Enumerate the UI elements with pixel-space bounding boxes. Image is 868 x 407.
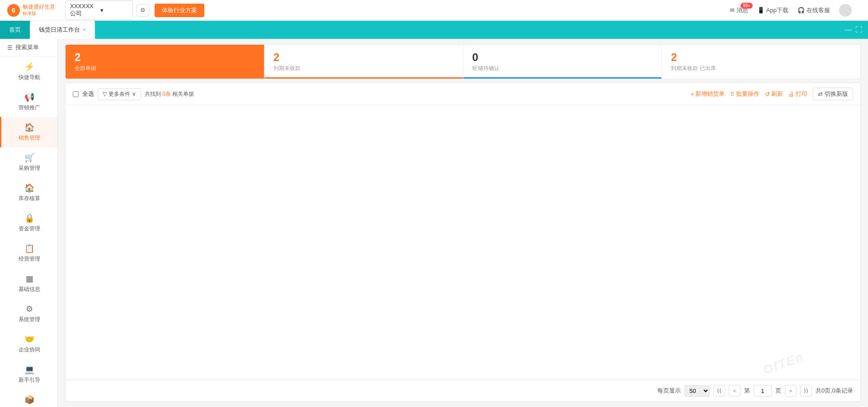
stat-card-all[interactable]: 2 全部单据 <box>66 45 264 79</box>
stat-number-all: 2 <box>75 51 255 64</box>
search-menu-item[interactable]: ☰ 搜索菜单 <box>0 39 57 56</box>
stat-number-pending: 0 <box>472 51 653 64</box>
stat-label-all: 全部单据 <box>75 65 255 72</box>
sidebar-item-inventory[interactable]: 🏠 库存核算 <box>0 178 57 208</box>
main-layout: ☰ 搜索菜单 ⚡ 快捷导航 📢 营销推广 🏠 销售管理 🛒 采购管理 🏠 库存核… <box>0 39 868 407</box>
avatar[interactable] <box>839 4 852 17</box>
stat-number-overdue-out: 2 <box>671 51 851 64</box>
logo-title: 畅捷通好生意 <box>23 4 55 11</box>
sales-icon: 🏠 <box>24 122 34 132</box>
toolbar-right: + 新增销货单 ⠿ 批量操作 ↺ 刷新 🖨 打印 ⇄ 切换新版 <box>690 88 853 100</box>
stat-label-pending: 旺铺待确认 <box>472 65 653 72</box>
quick-nav-icon: ⚡ <box>24 62 34 72</box>
tab-close-icon[interactable]: × <box>83 27 86 33</box>
stat-card-pending[interactable]: 0 旺铺待确认 <box>463 45 662 79</box>
sidebar-item-label: 经营管理 <box>19 255 40 263</box>
last-page-button[interactable]: ⟩⟩ <box>800 385 812 397</box>
search-icon: ☰ <box>7 44 13 51</box>
print-icon: 🖨 <box>788 91 794 98</box>
inventory-icon: 🏠 <box>24 183 34 193</box>
top-bar: 6 畅捷通好生意 标准版 XXXXXX公司 ▾ ⚙ 体验行业方案 ✉ 消息 99… <box>0 0 868 21</box>
refresh-icon: ↺ <box>765 91 770 98</box>
tab-home-label: 首页 <box>9 26 21 34</box>
sidebar-item-basic-info[interactable]: ▦ 基础信息 <box>0 268 57 299</box>
message-badge: 99+ <box>741 3 753 9</box>
company-selector[interactable]: XXXXXX公司 ▾ <box>65 0 133 20</box>
online-service-button[interactable]: 🎧 在线客服 <box>797 6 830 14</box>
page-suffix: 页 <box>775 387 781 395</box>
sidebar-item-label: 新手引导 <box>19 376 40 384</box>
switch-version-button[interactable]: ⇄ 切换新版 <box>813 88 853 100</box>
add-label: 新增销货单 <box>695 90 725 98</box>
nav-tab-actions: — ⛶ <box>844 26 868 34</box>
switch-label: 切换新版 <box>825 90 848 98</box>
print-button[interactable]: 🖨 打印 <box>788 90 807 98</box>
sidebar-item-purchase[interactable]: 🛒 采购管理 <box>0 147 57 178</box>
sidebar-item-label: 系统管理 <box>19 316 40 323</box>
per-page-label: 每页显示 <box>657 387 681 395</box>
sidebar-item-funds[interactable]: 🔒 资金管理 <box>0 208 57 238</box>
maximize-icon[interactable]: ⛶ <box>855 26 863 34</box>
logo-text-block: 畅捷通好生意 标准版 <box>23 4 55 17</box>
search-menu-label: 搜索菜单 <box>15 43 39 51</box>
batch-label: 批量操作 <box>736 90 760 98</box>
content-area: 2 全部单据 2 到期未收款 0 旺铺待确认 2 到期未收款 已出库 全选 <box>58 39 868 407</box>
prev-page-button[interactable]: ＜ <box>729 385 741 397</box>
sidebar-item-app-center[interactable]: 📦 应用中心 <box>0 389 57 407</box>
stat-card-overdue[interactable]: 2 到期未收款 <box>264 45 463 79</box>
funds-icon: 🔒 <box>24 213 34 223</box>
sidebar-item-operations[interactable]: 📋 经营管理 <box>0 238 57 268</box>
sidebar-item-marketing[interactable]: 📢 营销推广 <box>0 87 57 117</box>
cooperation-icon: 🤝 <box>24 334 34 344</box>
basic-info-icon: ▦ <box>26 274 33 284</box>
minimize-icon[interactable]: — <box>844 26 852 34</box>
purchase-icon: 🛒 <box>24 153 34 163</box>
sidebar-item-guide[interactable]: 💻 新手引导 <box>0 359 57 389</box>
sidebar-item-cooperation[interactable]: 🤝 企业协同 <box>0 329 57 359</box>
app-icon: 📱 <box>757 7 764 14</box>
guide-icon: 💻 <box>24 365 34 374</box>
sidebar-item-label: 基础信息 <box>19 285 40 293</box>
logo-area: 6 畅捷通好生意 标准版 <box>7 4 65 17</box>
select-all-checkbox[interactable] <box>73 91 79 97</box>
add-order-button[interactable]: + 新增销货单 <box>690 90 725 98</box>
filter-button[interactable]: ▽ 更多条件 ∨ <box>98 88 141 100</box>
page-size-select[interactable]: 10 20 50 100 <box>684 385 710 397</box>
print-label: 打印 <box>796 90 807 98</box>
message-button[interactable]: ✉ 消息 99+ <box>730 6 748 14</box>
tab-home[interactable]: 首页 <box>0 21 30 39</box>
filter-icon: ▽ <box>103 91 107 97</box>
page-input[interactable] <box>754 385 772 397</box>
sidebar-item-quick-nav[interactable]: ⚡ 快捷导航 <box>0 56 57 87</box>
message-icon: ✉ <box>730 7 735 14</box>
stat-card-overdue-out[interactable]: 2 到期未收款 已出库 <box>662 45 860 79</box>
sidebar-item-sales[interactable]: 🏠 销售管理 <box>0 117 57 147</box>
app-download-button[interactable]: 📱 App下载 <box>757 6 788 14</box>
filter-label: 更多条件 <box>108 90 130 98</box>
tab-cash-flow[interactable]: 钱货日清工作台 × <box>30 21 95 39</box>
sidebar-item-system[interactable]: ⚙ 系统管理 <box>0 299 57 329</box>
marketing-icon: 📢 <box>24 92 34 102</box>
stat-underline-overdue <box>264 77 463 79</box>
company-name: XXXXXX公司 <box>70 3 98 18</box>
app-download-label: App下载 <box>766 6 788 14</box>
table-area <box>65 105 861 380</box>
refresh-button[interactable]: ↺ 刷新 <box>765 90 783 98</box>
online-service-label: 在线客服 <box>807 6 830 14</box>
add-icon: + <box>690 91 694 98</box>
first-page-button[interactable]: ⟨⟨ <box>713 385 725 397</box>
chevron-down-icon: ▾ <box>100 7 128 14</box>
stat-label-overdue-out: 到期未收款 已出库 <box>671 65 851 72</box>
toolbar-left: 全选 ▽ 更多条件 ∨ 共找到 0条 相关单据 <box>73 88 687 100</box>
service-icon: 🎧 <box>797 7 805 14</box>
trial-button[interactable]: 体验行业方案 <box>155 4 204 17</box>
settings-button[interactable]: ⚙ <box>137 4 149 17</box>
sidebar-item-label: 资金管理 <box>19 225 40 233</box>
logo-subtitle: 标准版 <box>23 10 55 17</box>
select-all-label: 全选 <box>82 90 94 98</box>
switch-icon: ⇄ <box>818 91 823 98</box>
total-records: 共0页,0条记录 <box>816 387 853 395</box>
next-page-button[interactable]: ＞ <box>785 385 797 397</box>
batch-operation-button[interactable]: ⠿ 批量操作 <box>730 90 760 98</box>
sidebar-item-label: 销售管理 <box>19 134 40 142</box>
